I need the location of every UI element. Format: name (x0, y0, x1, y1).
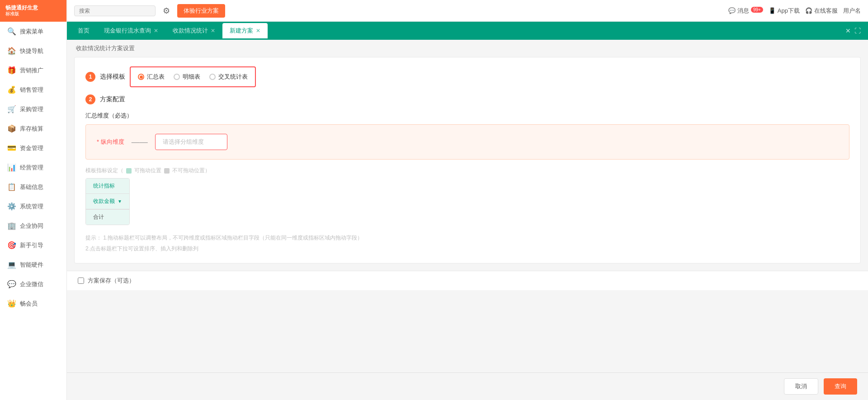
radio-detail[interactable]: 明细表 (174, 73, 200, 81)
tip-text-1: 提示： 1.拖动标题栏可以调整布局，不可跨维度或指标区域拖动栏目字段（只能在同一… (85, 232, 363, 243)
sidebar-icon-wechat: 💬 (7, 280, 16, 288)
settings-icon[interactable]: ⚙ (163, 6, 170, 16)
sidebar-icon-enterprise: 🏢 (7, 221, 16, 230)
tab-receipt-stats[interactable]: 收款情况统计✕ (165, 23, 222, 38)
radio-summary[interactable]: 汇总表 (138, 73, 165, 81)
page-title: 收款情况统计方案设置 (67, 40, 868, 57)
sidebar-item-quick-nav[interactable]: 🏠快捷导航 (0, 41, 66, 61)
tab-close-bank-flow[interactable]: ✕ (154, 28, 158, 34)
sidebar-label-purchase: 采购管理 (20, 105, 43, 113)
tab-label-receipt-stats: 收款情况统计 (173, 27, 208, 35)
sidebar-item-marketing[interactable]: 🎁营销推广 (0, 61, 66, 80)
radio-detail-label: 明细表 (183, 73, 200, 81)
save-label: 方案保存（可选） (88, 277, 135, 285)
message-icon: 💬 (728, 7, 736, 14)
sidebar-item-member[interactable]: 👑畅会员 (0, 294, 66, 313)
sidebar-item-enterprise[interactable]: 🏢企业协同 (0, 216, 66, 235)
sidebar-icon-inventory: 📦 (7, 124, 16, 133)
tips-section: 提示： 1.拖动标题栏可以调整布局，不可跨维度或指标区域拖动栏目字段（只能在同一… (85, 232, 849, 254)
sidebar-icon-hardware: 💻 (7, 260, 16, 269)
dimension-arrow: —— (132, 137, 148, 147)
content-area: 收款情况统计方案设置 1 选择模板 汇总表 明细表 (67, 40, 868, 372)
step1-header: 1 选择模板 汇总表 明细表 交叉统计表 (85, 66, 849, 87)
maximize-window-btn[interactable]: ⛶ (854, 27, 861, 34)
tip-text-2: 2.点击标题栏下拉可设置排序、插入列和删除列 (85, 243, 198, 254)
message-badge: 99+ (751, 7, 763, 13)
radio-group: 汇总表 明细表 交叉统计表 (138, 73, 248, 81)
sidebar-label-finance: 资金管理 (20, 144, 43, 152)
save-checkbox[interactable] (78, 278, 84, 284)
sidebar-item-purchase[interactable]: 🛒采购管理 (0, 99, 66, 119)
metrics-dropdown-row[interactable]: 收款金额 ▼ (86, 194, 129, 209)
sidebar-label-marketing: 营销推广 (20, 66, 43, 75)
tab-label-new-plan: 新建方案 (230, 27, 253, 35)
app-download-btn[interactable]: 📱 App下载 (769, 7, 800, 15)
dimension-select[interactable]: 请选择分组维度 (155, 134, 227, 150)
sidebar-logo: 畅捷通好生意 标准版 (0, 0, 66, 22)
radio-cross-label: 交叉统计表 (218, 73, 248, 81)
tab-close-receipt-stats[interactable]: ✕ (211, 28, 215, 34)
sidebar-icon-guide: 🎯 (7, 241, 16, 249)
tip-item-1: 提示： 1.拖动标题栏可以调整布局，不可跨维度或指标区域拖动栏目字段（只能在同一… (85, 232, 849, 243)
dimension-row: * 纵向维度 —— 请选择分组维度 (97, 134, 838, 150)
radio-circle-summary (138, 74, 144, 80)
sidebar-item-operations[interactable]: 📊经营管理 (0, 158, 66, 177)
sidebar-icon-member: 👑 (7, 299, 16, 308)
sidebar-label-member: 畅会员 (20, 300, 38, 308)
radio-circle-cross (209, 74, 216, 80)
sidebar-item-search[interactable]: 🔍搜索菜单 (0, 22, 66, 41)
sidebar-item-sales[interactable]: 💰销售管理 (0, 80, 66, 99)
sidebar-item-system[interactable]: ⚙️系统管理 (0, 197, 66, 216)
tab-new-plan[interactable]: 新建方案✕ (222, 23, 268, 38)
search-input[interactable] (74, 5, 156, 16)
sidebar-label-operations: 经营管理 (20, 164, 43, 172)
user-name: 用户名 (843, 7, 861, 15)
sidebar-label-wechat: 企业微信 (20, 280, 43, 288)
step2-section: 2 方案配置 汇总维度（必选） * 纵向维度 —— 请选择分组维度 模板指标设定… (85, 94, 849, 254)
radio-cross[interactable]: 交叉统计表 (209, 73, 248, 81)
sidebar: 畅捷通好生意 标准版 🔍搜索菜单🏠快捷导航🎁营销推广💰销售管理🛒采购管理📦库存核… (0, 0, 67, 400)
sidebar-item-guide[interactable]: 🎯新手引导 (0, 235, 66, 255)
tab-home[interactable]: 首页 (71, 23, 97, 38)
sidebar-item-finance[interactable]: 💳资金管理 (0, 138, 66, 158)
sidebar-nav: 🔍搜索菜单🏠快捷导航🎁营销推广💰销售管理🛒采购管理📦库存核算💳资金管理📊经营管理… (0, 22, 66, 313)
sidebar-icon-quick-nav: 🏠 (7, 47, 16, 55)
message-btn[interactable]: 💬 消息 99+ (728, 7, 763, 15)
sidebar-icon-basic-info: 📋 (7, 183, 16, 191)
radio-circle-detail (174, 74, 180, 80)
sidebar-label-quick-nav: 快捷导航 (20, 47, 43, 55)
query-button[interactable]: 查询 (824, 378, 857, 395)
sidebar-item-hardware[interactable]: 💻智能硬件 (0, 255, 66, 274)
download-label: App下载 (778, 7, 800, 15)
sidebar-label-sales: 销售管理 (20, 86, 43, 94)
movable-dot (126, 168, 132, 174)
sidebar-item-basic-info[interactable]: 📋基础信息 (0, 177, 66, 197)
topbar-actions: 💬 消息 99+ 📱 App下载 🎧 在线客服 用户名 (728, 7, 861, 15)
online-service-btn[interactable]: 🎧 在线客服 (805, 7, 838, 15)
sidebar-icon-search: 🔍 (7, 27, 16, 36)
footer: 取消 查询 (67, 372, 868, 400)
download-icon: 📱 (769, 7, 776, 14)
step2-title: 方案配置 (100, 95, 125, 104)
sidebar-label-inventory: 库存核算 (20, 125, 43, 133)
sidebar-icon-purchase: 🛒 (7, 105, 16, 113)
chevron-down-icon: ▼ (118, 199, 122, 204)
close-window-btn[interactable]: ✕ (845, 27, 851, 34)
metrics-col-title: 统计指标 (93, 182, 115, 190)
sidebar-icon-system: ⚙️ (7, 202, 16, 211)
user-profile[interactable]: 用户名 (843, 7, 861, 15)
logo-edition: 标准版 (5, 11, 38, 17)
sidebar-item-inventory[interactable]: 📦库存核算 (0, 119, 66, 138)
sidebar-label-basic-info: 基础信息 (20, 183, 43, 191)
tab-close-new-plan[interactable]: ✕ (256, 28, 260, 34)
dimension-title: 汇总维度（必选） (85, 112, 849, 120)
cancel-button[interactable]: 取消 (784, 378, 818, 395)
industry-btn[interactable]: 体验行业方案 (177, 4, 225, 18)
sidebar-item-wechat[interactable]: 💬企业微信 (0, 274, 66, 294)
metrics-col-header: 统计指标 (86, 179, 129, 194)
tab-bank-flow[interactable]: 现金银行流水查询✕ (97, 23, 165, 38)
tip-item-2: 2.点击标题栏下拉可设置排序、插入列和删除列 (85, 243, 849, 254)
save-section: 方案保存（可选） (67, 271, 868, 290)
metrics-section: 模板指标设定（ 可拖动位置 不可拖动位置） 统计指标 收款金额 (85, 167, 849, 254)
sidebar-icon-sales: 💰 (7, 85, 16, 94)
